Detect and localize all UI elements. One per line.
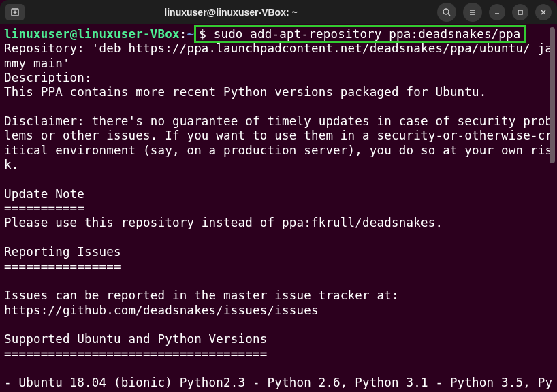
titlebar: linuxuser@linuxuser-VBox: ~ <box>0 0 557 24</box>
output-line: Repository: 'deb https://ppa.launchpadco… <box>4 42 552 69</box>
minimize-icon <box>493 8 501 16</box>
prompt-colon: : <box>180 27 187 41</box>
scrollbar[interactable] <box>550 27 555 163</box>
output-line: ================ <box>4 260 121 274</box>
output-line: Supported Ubuntu and Python Versions <box>4 332 268 346</box>
output-line: =========== <box>4 201 84 215</box>
hamburger-icon <box>468 7 477 17</box>
output-line: Please use this repository instead of pp… <box>4 216 443 229</box>
terminal-content[interactable]: linuxuser@linuxuser-VBox:~$ sudo add-apt… <box>0 24 557 392</box>
close-button[interactable] <box>535 4 552 20</box>
menu-button[interactable] <box>463 3 482 22</box>
prompt-host: linuxuser-VBox <box>77 27 179 41</box>
output-line: - Ubuntu 18.04 (bionic) Python2.3 - Pyth… <box>4 376 552 392</box>
new-tab-icon <box>10 7 20 17</box>
minimize-button[interactable] <box>489 4 505 20</box>
titlebar-left-controls <box>5 4 25 20</box>
output-line: Disclaimer: there's no guarantee of time… <box>4 114 552 172</box>
maximize-button[interactable] <box>512 4 528 20</box>
prompt-at: @ <box>70 27 78 41</box>
search-icon <box>442 7 451 17</box>
prompt-user: linuxuser <box>4 27 70 41</box>
close-icon <box>539 8 547 16</box>
titlebar-right-controls <box>437 3 552 22</box>
search-button[interactable] <box>437 3 456 22</box>
output-line: ==================================== <box>4 347 268 361</box>
svg-rect-9 <box>518 10 522 14</box>
svg-line-4 <box>448 14 450 16</box>
output-line: Issues can be reported in the master iss… <box>4 289 399 302</box>
output-line: https://github.com/deadsnakes/issues/iss… <box>4 304 319 317</box>
highlighted-command: $ sudo add-apt-repository ppa:deadsnakes… <box>194 25 525 43</box>
maximize-icon <box>516 8 524 16</box>
window-title: linuxuser@linuxuser-VBox: ~ <box>30 7 432 18</box>
prompt-path: ~ <box>187 27 194 41</box>
output-line: This PPA contains more recent Python ver… <box>4 85 487 99</box>
output-line: Update Note <box>4 187 84 201</box>
output-line: Reporting Issues <box>4 245 121 259</box>
output-line: Description: <box>4 71 92 84</box>
new-tab-button[interactable] <box>5 4 25 20</box>
svg-point-3 <box>443 9 449 14</box>
